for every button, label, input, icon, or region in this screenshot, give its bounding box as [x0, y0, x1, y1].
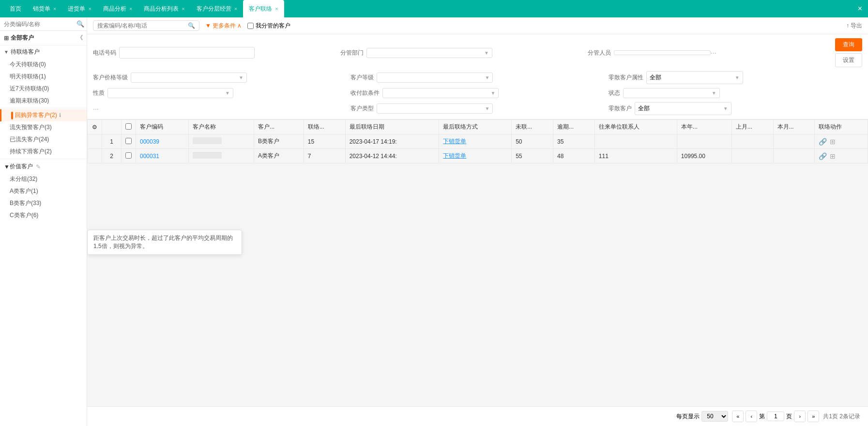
sidebar-item-week[interactable]: 近7天待联络(0) — [0, 83, 87, 95]
query-button[interactable]: 查询 — [835, 38, 862, 51]
more-filter-button[interactable]: ▼ 更多条件 ∧ — [205, 22, 242, 30]
sidebar-item-lost-pre[interactable]: 流失预警客户(3) — [0, 121, 87, 133]
sidebar-item-overdue[interactable]: 逾期未联络(30) — [0, 95, 87, 107]
filter-payment-select[interactable]: ▼ — [382, 88, 499, 98]
close-customer-segment-icon[interactable]: × — [234, 6, 237, 12]
select-all-checkbox[interactable] — [125, 123, 132, 130]
th-code: 客户编码 — [136, 120, 189, 134]
filter-retail-attr-select[interactable]: 全部 ▼ — [646, 71, 743, 84]
retail-customer-chevron-icon: ▼ — [723, 106, 728, 111]
collapse-sidebar-icon[interactable]: 《 — [77, 34, 83, 42]
row-code-0[interactable]: 000039 — [136, 134, 189, 149]
filter-phone-input[interactable] — [119, 47, 255, 59]
nav-purchase[interactable]: 进货单 × — [62, 0, 97, 17]
filter-phone: 电话号码 — [93, 47, 336, 59]
row-last-method-1[interactable]: 下销货单 — [439, 149, 512, 163]
th-contact: 联络... — [304, 120, 345, 134]
filter-manager-select[interactable] — [614, 50, 711, 55]
my-customer-checkbox-area[interactable]: 我分管的客户 — [247, 22, 290, 30]
close-purchase-icon[interactable]: × — [88, 6, 91, 12]
last-page-button[interactable]: » — [807, 411, 819, 422]
nav-sales[interactable]: 销货单 × — [27, 0, 62, 17]
settings-button[interactable]: 设置 — [835, 53, 862, 67]
row-action-0: 🔗 ⊞ — [815, 134, 868, 149]
sidebar-item-ungroup[interactable]: 未分组(32) — [0, 173, 87, 185]
row-checkbox-0[interactable] — [125, 138, 132, 144]
action-link-icon-0[interactable]: 🔗 — [819, 138, 827, 146]
dept-chevron-icon: ▼ — [484, 50, 489, 56]
level-chevron-icon: ▼ — [485, 75, 489, 80]
close-customer-contact-icon[interactable]: × — [275, 6, 278, 12]
pagination-bar: 每页显示 50 100 200 « ‹ 第 页 › » 共1页 2条记录 — [87, 406, 868, 426]
table-scroll-wrap[interactable]: ⚙ 客户编码 客户名称 客户... 联络... 最后联络日期 最后联络方式 未联… — [87, 119, 868, 406]
action-link-icon-1[interactable]: 🔗 — [819, 152, 827, 160]
filter-price-level: 客户价格等级 ▼ — [93, 73, 347, 83]
sidebar-item-repeat-abnormal[interactable]: 回购异常客户(2) ℹ — [0, 109, 87, 121]
th-gear[interactable]: ⚙ — [88, 120, 102, 134]
next-page-button[interactable]: › — [794, 411, 806, 422]
export-button[interactable]: ↑ 导出 — [846, 22, 862, 30]
value-customers-header[interactable]: ▼ 价值客户 ✎ — [0, 160, 87, 173]
filter-customer-level-select[interactable]: ▼ — [377, 73, 493, 83]
content-area: 🔍 ▼ 更多条件 ∧ 我分管的客户 ↑ 导出 电话号码 — [87, 17, 868, 426]
sidebar-item-a-class[interactable]: A类客户(1) — [0, 185, 87, 197]
main-search-icon[interactable]: 🔍 — [188, 22, 195, 29]
filter-status-select[interactable]: ▼ — [623, 88, 720, 98]
edit-icon[interactable]: ✎ — [36, 163, 41, 170]
sidebar-search-icon[interactable]: 🔍 — [76, 20, 84, 28]
nav-product-analysis-list[interactable]: 商品分析列表 × — [138, 0, 190, 17]
my-customer-checkbox[interactable] — [247, 23, 254, 29]
close-product-analysis-icon[interactable]: × — [129, 6, 132, 12]
row-cb-1[interactable] — [122, 149, 136, 163]
row-gear-1 — [88, 149, 102, 163]
action-grid-icon-1[interactable]: ⊞ — [830, 152, 836, 160]
filter-retail-customer-select[interactable]: 全部 ▼ — [635, 102, 731, 115]
row-cb-0[interactable] — [122, 134, 136, 149]
row-contacts-1: 111 — [594, 149, 677, 163]
per-page-select[interactable]: 50 100 200 — [701, 411, 728, 422]
filter-customer-type-select[interactable]: ▼ — [377, 103, 493, 114]
sidebar-item-already-lost[interactable]: 已流失客户(24) — [0, 133, 87, 146]
nav-customer-contact[interactable]: 客户联络 × — [243, 0, 284, 17]
th-last-month: 上月... — [731, 120, 773, 134]
filter-manager-dots[interactable]: ··· — [711, 49, 716, 57]
info-icon[interactable]: ℹ — [59, 112, 61, 118]
filter-nature: 性质 ▼ — [93, 88, 347, 98]
sidebar-item-declining[interactable]: 持续下滑客户(2) — [0, 146, 87, 158]
sidebar-item-today[interactable]: 今天待联络(0) — [0, 59, 87, 71]
filter-price-select[interactable]: ▼ — [131, 73, 247, 83]
row-last-date-0: 2023-04-17 14:19: — [345, 134, 439, 149]
close-all-button[interactable]: × — [858, 4, 862, 13]
status-chevron-icon: ▼ — [712, 90, 716, 96]
retail-attr-chevron-icon: ▼ — [735, 75, 740, 80]
sidebar-item-b-class[interactable]: B类客户(33) — [0, 197, 87, 209]
row4-dots[interactable]: ··· — [93, 105, 99, 113]
row-last-month-0 — [731, 134, 773, 149]
pending-group-header[interactable]: ▼ 待联络客户 — [0, 45, 87, 59]
row-index-1: 2 — [102, 149, 122, 163]
page-input[interactable] — [767, 411, 784, 421]
th-this-year: 本年... — [677, 120, 731, 134]
nav-customer-segment[interactable]: 客户分层经营 × — [191, 0, 243, 17]
th-checkbox[interactable] — [122, 120, 136, 134]
query-buttons: 查询 设置 — [835, 38, 862, 67]
nav-product-analysis[interactable]: 商品分析 × — [97, 0, 138, 17]
action-grid-icon-0[interactable]: ⊞ — [830, 138, 836, 146]
prev-page-button[interactable]: ‹ — [746, 411, 757, 422]
filter-nature-select[interactable]: ▼ — [107, 88, 233, 98]
sidebar-search-input[interactable] — [4, 21, 76, 28]
th-last-date: 最后联络日期 — [345, 120, 439, 134]
sidebar-item-c-class[interactable]: C类客户(6) — [0, 209, 87, 221]
main-search-input[interactable] — [97, 22, 188, 29]
sidebar-bottom — [0, 221, 87, 426]
filter-customer-type: 客户类型 ▼ — [350, 103, 604, 114]
filter-dept-select[interactable]: ▼ — [366, 48, 492, 58]
first-page-button[interactable]: « — [732, 411, 744, 422]
close-product-analysis-list-icon[interactable]: × — [182, 6, 184, 12]
row-checkbox-1[interactable] — [125, 152, 132, 159]
row-last-method-0[interactable]: 下销货单 — [439, 134, 512, 149]
sidebar-item-tomorrow[interactable]: 明天待联络(1) — [0, 71, 87, 83]
close-sales-icon[interactable]: × — [53, 6, 56, 12]
nav-home[interactable]: 首页 — [4, 0, 27, 17]
row-code-1[interactable]: 000031 — [136, 149, 189, 163]
